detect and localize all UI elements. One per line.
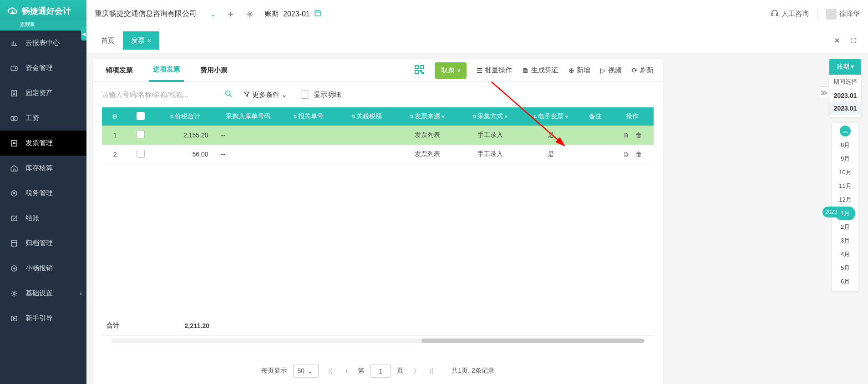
col-settings[interactable]: ⚙ — [102, 107, 128, 126]
tab-home[interactable]: 首页 — [93, 31, 123, 50]
sidebar-item-closing[interactable]: 结账 — [0, 206, 86, 231]
refresh-button[interactable]: ⟳刷新 — [632, 66, 654, 75]
add-button[interactable] — [227, 10, 235, 18]
cell-purchase: -- — [217, 145, 279, 164]
qr-scan-button[interactable] — [414, 64, 425, 77]
close-icon[interactable]: × — [147, 37, 151, 44]
sidebar-item-settings[interactable]: 基础设置 › — [0, 281, 86, 306]
page-prefix: 第 — [358, 367, 364, 375]
prev-page-button[interactable]: ⟨ — [341, 366, 351, 376]
col-label: 采购入库单号码 — [226, 112, 270, 120]
table-row[interactable]: 2 56.00 -- 发票列表 手工录入 是 🗎🗑 — [102, 145, 654, 164]
col-source[interactable]: ⇅发票来源▾ — [396, 107, 459, 126]
sidebar-item-guide[interactable]: 新手引导 — [0, 306, 86, 331]
per-page-select[interactable]: 50 ⌄ — [293, 364, 319, 378]
settings-icon[interactable] — [246, 10, 254, 18]
row-checkbox[interactable] — [137, 150, 145, 158]
page-number-input[interactable]: 1 — [371, 364, 391, 378]
period-month[interactable]: 11月 — [832, 179, 858, 193]
sidebar-item-invoice[interactable]: 发票管理 — [0, 131, 86, 156]
cell-purchase: -- — [217, 126, 279, 145]
last-page-button[interactable]: ⟩| — [426, 366, 436, 376]
period-month[interactable]: 9月 — [832, 152, 858, 166]
fetch-invoice-button[interactable]: 取票 ▾ — [435, 62, 467, 79]
tab-invoice[interactable]: 发票 × — [123, 31, 159, 50]
sum-row: 合计 2,211.20 — [102, 317, 654, 336]
user-menu[interactable]: 徐泽华 — [826, 9, 860, 20]
svg-rect-12 — [11, 316, 17, 321]
header-bar: 重庆畅捷交通信息咨询有限公司 ⌄ 账期 2023-01 人工咨询 徐泽华 — [86, 0, 868, 28]
search-icon[interactable] — [224, 89, 233, 100]
view-icon[interactable]: 🗎 — [623, 131, 629, 139]
col-customs[interactable]: ⇅报关单号 — [279, 107, 337, 126]
period-year[interactable]: 2023.01 — [829, 89, 861, 102]
period-head-button[interactable]: 账期 ▾ — [829, 59, 861, 75]
sidebar-item-label: 税务管理 — [25, 189, 53, 197]
period-month[interactable]: 10月 — [832, 166, 858, 179]
col-einvoice[interactable]: ⇅电子发票▾ — [522, 107, 580, 126]
fullscreen-button[interactable] — [847, 34, 860, 47]
tool-label: 视频 — [608, 66, 622, 75]
scroll-up-button[interactable]: ︽ — [840, 126, 851, 136]
delete-icon[interactable]: 🗑 — [635, 151, 642, 158]
new-button[interactable]: ⊕新增 — [569, 66, 590, 75]
more-conditions-label: 更多条件 — [252, 91, 279, 99]
invoice-icon — [9, 138, 19, 148]
more-conditions-button[interactable]: 更多条件 ⌄ — [243, 91, 287, 99]
sidebar-item-archive[interactable]: 归档管理 — [0, 231, 86, 256]
subtab-input-invoice[interactable]: 进项发票 — [149, 59, 184, 82]
col-duty[interactable]: ⇅关税税额 — [338, 107, 396, 126]
page-info: 共1页, 2条记录 — [452, 367, 494, 375]
sidebar-item-expense[interactable]: 小畅报销 — [0, 256, 86, 281]
cell-collect: 手工录入 — [459, 126, 522, 145]
archive-icon — [9, 238, 19, 248]
sidebar-item-inventory[interactable]: 库存核算 — [0, 156, 86, 181]
period-year-list: 期间选择 2023.01 2023.01 — [829, 75, 861, 117]
subtab-output-invoice[interactable]: 销项发票 — [102, 59, 137, 82]
svg-rect-7 — [11, 216, 17, 221]
batch-button[interactable]: ☰批量操作 — [477, 66, 512, 75]
sum-total: 2,211.20 — [154, 317, 218, 336]
col-purchase-order[interactable]: 采购入库单号码 — [217, 107, 279, 126]
table-head: ⚙ ⇅价税合计 采购入库单号码 ⇅报关单号 ⇅关税税额 ⇅发票来源▾ ⇅采集方式… — [102, 107, 654, 126]
period-month[interactable]: 8月 — [832, 138, 858, 152]
col-total[interactable]: ⇅价税合计 — [153, 107, 217, 126]
voucher-button[interactable]: 🗎生成凭证 — [522, 66, 558, 75]
sidebar-item-salary[interactable]: 工资 — [0, 106, 86, 131]
period-month[interactable]: 5月 — [832, 261, 858, 275]
search-input[interactable] — [102, 86, 220, 103]
horizontal-scrollbar[interactable] — [111, 339, 645, 343]
delete-icon[interactable]: 🗑 — [635, 131, 642, 139]
col-checkbox[interactable] — [128, 107, 153, 126]
view-icon[interactable]: 🗎 — [623, 151, 629, 158]
sidebar-item-fund[interactable]: 资金管理 — [0, 56, 86, 81]
company-selector[interactable]: 重庆畅捷交通信息咨询有限公司 ⌄ — [95, 9, 216, 19]
panel-collapse-arrow[interactable]: ≫ — [819, 86, 829, 98]
period-month[interactable]: 3月 — [832, 234, 858, 248]
svg-point-11 — [13, 292, 15, 294]
sidebar-item-fixed-assets[interactable]: 固定资产 — [0, 81, 86, 106]
sidebar-item-label: 云报表中心 — [25, 39, 60, 47]
calendar-icon[interactable] — [314, 9, 322, 19]
col-collect[interactable]: ⇅采集方式▾ — [459, 107, 522, 126]
sidebar-item-tax[interactable]: 税务管理 — [0, 181, 86, 206]
table-row[interactable]: 1 2,155.20 -- 发票列表 手工录入 是 🗎🗑 — [102, 126, 654, 145]
brand-edition: 旗舰版 — [0, 21, 86, 30]
row-checkbox[interactable] — [137, 130, 145, 138]
video-button[interactable]: ▷视频 — [600, 66, 622, 75]
show-detail-checkbox[interactable]: 显示明细 — [301, 91, 341, 99]
period-month[interactable]: 4月 — [832, 248, 858, 261]
sidebar-item-report-center[interactable]: 云报表中心 — [0, 30, 86, 56]
period-month[interactable]: 12月 — [832, 193, 858, 207]
col-remark[interactable]: 备注 — [580, 107, 611, 126]
subtab-expense-receipt[interactable]: 费用小票 — [197, 59, 231, 82]
next-page-button[interactable]: ⟩ — [410, 366, 420, 376]
period-month[interactable]: 6月 — [832, 275, 858, 288]
period-month-current[interactable]: 2023 1月 — [835, 207, 855, 220]
period-year[interactable]: 2023.01 — [829, 102, 861, 115]
period-value[interactable]: 2023-01 — [283, 10, 310, 18]
first-page-button[interactable]: |⟨ — [325, 366, 335, 376]
support-link[interactable]: 人工咨询 — [771, 9, 809, 19]
period-month[interactable]: 2月 — [832, 220, 858, 234]
close-all-button[interactable] — [831, 34, 843, 47]
